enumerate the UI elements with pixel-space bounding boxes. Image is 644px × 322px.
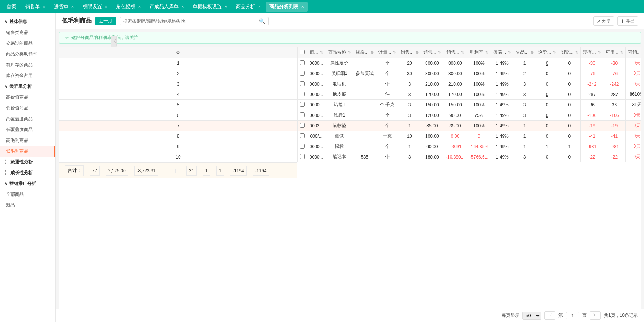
- nav-close-purchase[interactable]: ×: [71, 4, 74, 9]
- sidebar-item-low-coverage[interactable]: 低覆盖度商品: [0, 124, 55, 135]
- row-checkbox[interactable]: [300, 81, 305, 86]
- cell-checkbox[interactable]: [297, 89, 307, 100]
- nav-close-template[interactable]: ×: [225, 4, 227, 9]
- row-checkbox[interactable]: [300, 112, 305, 117]
- nav-home[interactable]: 首页: [3, 2, 20, 12]
- page-size-select[interactable]: 50 100 200: [522, 312, 541, 320]
- select-all-checkbox[interactable]: [300, 50, 305, 54]
- views1-link[interactable]: 0: [546, 92, 548, 97]
- export-button[interactable]: ⬆ 导出: [617, 16, 638, 26]
- cell-views1[interactable]: 0: [536, 68, 558, 79]
- cell-views1[interactable]: 0: [536, 152, 558, 162]
- views1-link[interactable]: 0: [546, 113, 548, 118]
- cell-checkbox[interactable]: [297, 121, 307, 131]
- cell-checkbox[interactable]: [297, 68, 307, 79]
- sort-code-icon[interactable]: ⇅: [320, 50, 323, 54]
- row-checkbox[interactable]: [300, 154, 305, 159]
- row-checkbox[interactable]: [300, 123, 305, 128]
- sidebar-item-traded[interactable]: 交易过的商品: [0, 38, 55, 49]
- sidebar-group-marketing[interactable]: ∨ 营销推广分析: [0, 178, 55, 189]
- cell-checkbox[interactable]: [297, 141, 307, 152]
- cell-checkbox[interactable]: [297, 79, 307, 89]
- sidebar-item-high-value[interactable]: 高价值商品: [0, 92, 55, 103]
- prev-page-button[interactable]: 〈: [544, 311, 555, 320]
- cell-views1[interactable]: 0: [536, 100, 558, 110]
- row-checkbox[interactable]: [300, 102, 305, 107]
- sidebar-item-sales-products[interactable]: 销售类商品: [0, 27, 55, 38]
- views1-link[interactable]: 0: [546, 102, 548, 108]
- sort-stock-icon[interactable]: ⇅: [598, 50, 601, 54]
- sidebar-item-all-products[interactable]: 全部商品: [0, 189, 55, 200]
- cell-views1[interactable]: 0: [536, 121, 558, 131]
- nav-purchase[interactable]: 进货单 ×: [50, 2, 77, 12]
- page-number-input[interactable]: [566, 312, 579, 319]
- row-checkbox[interactable]: [300, 60, 305, 65]
- sort-coverage-icon[interactable]: ⇅: [508, 50, 511, 54]
- sidebar-item-in-stock[interactable]: 有库存的商品: [0, 60, 55, 70]
- sidebar-group-cluster[interactable]: ∨ 类群重分析: [0, 81, 55, 92]
- nav-close-sales[interactable]: ×: [43, 4, 45, 9]
- sidebar-group-overall[interactable]: ∨ 整体信息: [0, 16, 55, 27]
- nav-close-analysis[interactable]: ×: [258, 4, 260, 9]
- nav-close-role[interactable]: ×: [138, 4, 141, 9]
- sidebar-item-category-rate[interactable]: 商品分类助销率: [0, 49, 55, 60]
- cell-checkbox[interactable]: [297, 100, 307, 110]
- nav-template[interactable]: 单据模板设置 ×: [189, 2, 231, 12]
- views1-link[interactable]: 0: [546, 82, 548, 87]
- row-checkbox[interactable]: [300, 144, 305, 149]
- cell-checkbox[interactable]: [297, 131, 307, 141]
- sort-sales-amount-icon[interactable]: ⇅: [461, 50, 464, 54]
- row-checkbox[interactable]: [300, 133, 305, 138]
- sidebar-group-growth[interactable]: 〉 成长性分析: [0, 168, 55, 178]
- nav-close-analysis-list[interactable]: ×: [301, 4, 304, 9]
- cell-checkbox[interactable]: [297, 110, 307, 121]
- row-checkbox[interactable]: [300, 71, 305, 76]
- cell-views1[interactable]: 0: [536, 89, 558, 100]
- sidebar-item-high-margin[interactable]: 高毛利商品: [0, 135, 55, 146]
- nav-close-product-in[interactable]: ×: [182, 4, 184, 9]
- cell-views1[interactable]: 0: [536, 131, 558, 141]
- col-checkbox[interactable]: [297, 47, 307, 58]
- sort-unit-icon[interactable]: ⇅: [393, 50, 396, 54]
- nav-close-permission[interactable]: ×: [105, 4, 107, 9]
- share-button[interactable]: ↗ 分享: [593, 16, 614, 26]
- sort-transaction-icon[interactable]: ⇅: [531, 50, 534, 54]
- sidebar-item-high-coverage[interactable]: 高覆盖度商品: [0, 114, 55, 124]
- views1-link[interactable]: 1: [546, 144, 548, 149]
- col-gear[interactable]: ⚙: [59, 47, 298, 58]
- nav-product-in[interactable]: 产成品入库单 ×: [146, 2, 188, 12]
- sort-available-icon[interactable]: ⇅: [620, 50, 623, 54]
- sidebar-item-low-margin[interactable]: 低毛利商品: [0, 146, 55, 157]
- views1-link[interactable]: 0: [546, 154, 548, 160]
- cell-views1[interactable]: 0: [536, 58, 558, 68]
- views1-link[interactable]: 0: [546, 123, 548, 128]
- sidebar-item-capital[interactable]: 库存资金占用: [0, 70, 55, 81]
- sort-name-icon[interactable]: ⇅: [348, 50, 351, 54]
- views1-link[interactable]: 0: [546, 61, 548, 66]
- cell-checkbox[interactable]: [297, 58, 307, 68]
- cell-views1[interactable]: 0: [536, 110, 558, 121]
- cell-checkbox[interactable]: [297, 152, 307, 162]
- views1-link[interactable]: 0: [546, 134, 548, 139]
- sidebar-item-new-products[interactable]: 新品: [0, 200, 55, 211]
- nav-analysis[interactable]: 商品分析 ×: [232, 2, 264, 12]
- nav-analysis-list[interactable]: 商品分析列表 ×: [266, 2, 307, 12]
- search-input[interactable]: [123, 19, 259, 24]
- sort-views1-icon[interactable]: ⇅: [553, 50, 556, 54]
- sort-sales-price-icon[interactable]: ⇅: [438, 50, 441, 54]
- views1-link[interactable]: 0: [546, 71, 548, 76]
- sidebar-group-flow[interactable]: 〉 流通性分析: [0, 157, 55, 168]
- sort-margin-icon[interactable]: ⇅: [485, 50, 488, 54]
- collapse-sidebar-button[interactable]: 《: [111, 36, 117, 47]
- row-checkbox[interactable]: [300, 92, 305, 96]
- cell-views1[interactable]: 0: [536, 79, 558, 89]
- sort-spec-icon[interactable]: ⇅: [371, 50, 374, 54]
- nav-permission[interactable]: 权限设置 ×: [79, 2, 111, 12]
- nav-sales[interactable]: 销售单 ×: [22, 2, 49, 12]
- cell-views1[interactable]: 1: [536, 141, 558, 152]
- date-filter-button[interactable]: 近一月: [95, 17, 116, 25]
- sort-views2-icon[interactable]: ⇅: [575, 50, 578, 54]
- sidebar-item-low-value[interactable]: 低价值商品: [0, 103, 55, 114]
- next-page-button[interactable]: 〉: [590, 311, 601, 320]
- nav-role[interactable]: 角色授权 ×: [112, 2, 144, 12]
